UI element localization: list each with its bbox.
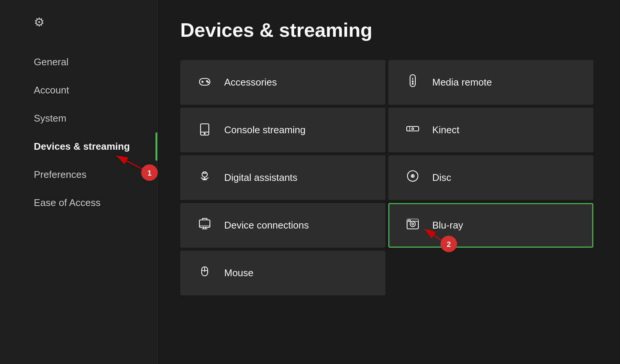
media-remote-item[interactable]: Media remote	[388, 60, 593, 105]
sidebar: ⚙ General Account System Devices & strea…	[0, 0, 158, 364]
sidebar-item-ease-of-access[interactable]: Ease of Access	[0, 189, 157, 217]
blu-ray-icon	[404, 216, 421, 235]
svg-point-29	[412, 223, 414, 225]
mouse-item[interactable]: Mouse	[180, 251, 385, 295]
svg-point-21	[412, 176, 413, 177]
svg-rect-12	[407, 126, 419, 131]
device-connections-icon	[196, 216, 213, 235]
digital-assistants-item[interactable]: Digital assistants	[180, 155, 385, 200]
svg-point-11	[204, 133, 205, 134]
kinect-item[interactable]: Kinect	[388, 108, 593, 152]
digital-assistants-icon	[196, 168, 213, 187]
disc-label: Disc	[432, 172, 451, 184]
device-connections-label: Device connections	[224, 220, 309, 231]
console-streaming-label: Console streaming	[224, 124, 306, 136]
sidebar-nav: General Account System Devices & streami…	[0, 48, 157, 217]
sidebar-item-account[interactable]: Account	[0, 76, 157, 104]
svg-point-4	[208, 82, 209, 83]
svg-rect-16	[204, 172, 206, 173]
svg-point-14	[412, 128, 414, 130]
page-title: Devices & streaming	[180, 19, 597, 41]
sidebar-item-general[interactable]: General	[0, 48, 157, 76]
gear-icon: ⚙	[0, 15, 157, 48]
sidebar-item-system[interactable]: System	[0, 104, 157, 132]
main-content: Devices & streaming Accessories	[158, 0, 620, 364]
accessories-item[interactable]: Accessories	[180, 60, 385, 105]
blu-ray-item[interactable]: Blu-ray	[388, 203, 593, 248]
kinect-icon	[404, 121, 421, 139]
blu-ray-label: Blu-ray	[432, 220, 463, 231]
device-connections-item[interactable]: Device connections	[180, 203, 385, 248]
console-streaming-icon	[196, 121, 213, 139]
accessories-label: Accessories	[224, 77, 277, 88]
sidebar-item-devices-streaming[interactable]: Devices & streaming	[0, 132, 157, 161]
settings-grid: Accessories Media remote	[180, 60, 593, 295]
disc-icon	[404, 168, 421, 187]
disc-item[interactable]: Disc	[388, 155, 593, 200]
sidebar-item-preferences[interactable]: Preferences	[0, 161, 157, 189]
svg-point-3	[207, 81, 208, 82]
svg-point-8	[412, 83, 413, 84]
mouse-icon	[196, 264, 213, 282]
digital-assistants-label: Digital assistants	[224, 172, 297, 184]
svg-point-28	[410, 221, 415, 227]
svg-point-15	[202, 172, 207, 177]
svg-rect-22	[199, 220, 210, 227]
remote-icon	[404, 73, 421, 92]
svg-point-7	[412, 81, 413, 82]
mouse-label: Mouse	[224, 267, 253, 279]
kinect-label: Kinect	[432, 124, 459, 136]
console-streaming-item[interactable]: Console streaming	[180, 108, 385, 152]
gamepad-icon	[196, 73, 213, 92]
media-remote-label: Media remote	[432, 77, 492, 88]
